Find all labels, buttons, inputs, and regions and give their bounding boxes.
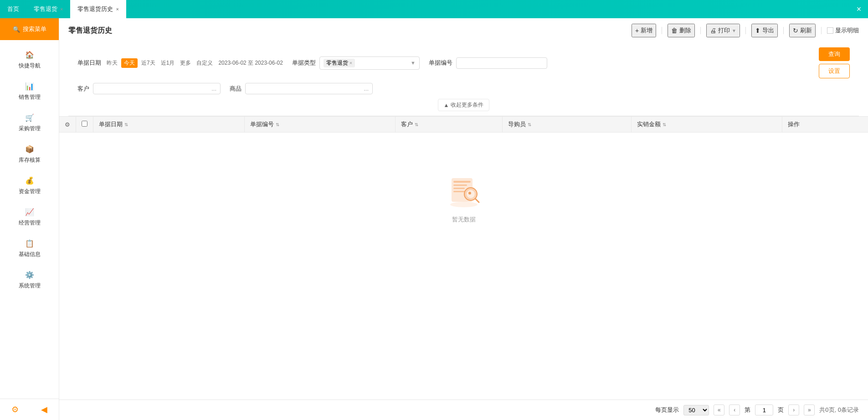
refresh-button[interactable]: ↻ 刷新 [789,24,816,37]
purchase-icon: 🛒 [24,112,35,123]
tab-retail-return[interactable]: 零售退货 × [26,0,70,18]
gear-icon[interactable]: ⚙ [65,121,70,128]
collapse-sidebar-icon[interactable]: ◀ [41,405,47,415]
date-btn-yesterday[interactable]: 昨天 [105,58,119,68]
tab-retail-return-history[interactable]: 零售退货历史 × [70,0,126,18]
th-gear[interactable]: ⚙ [59,117,76,133]
page-title: 零售退货历史 [68,26,112,36]
guide-sort-icon: ⇅ [528,122,531,127]
select-all-checkbox[interactable] [82,121,87,127]
sidebar-item-basic[interactable]: 📋 基础信息 [0,232,59,264]
amount-sort-icon: ⇅ [663,122,666,127]
sidebar-item-home-label: 快捷导航 [19,62,41,70]
total-records-text: 共0页, 0条记录 [819,406,859,414]
date-filter-label: 单据日期 [77,59,101,67]
sidebar-item-inventory[interactable]: 📦 库存核算 [0,138,59,169]
type-filter-group: 单据类型 零售退货 × ▼ [292,56,420,70]
svg-line-8 [475,199,479,202]
date-range-display: 2023-06-02 至 2023-06-02 [218,59,282,67]
settings-bottom-icon[interactable]: ⚙ [11,405,19,415]
th-guide-sort[interactable]: 导购员 ⇅ [508,120,626,128]
th-customer-sort[interactable]: 客户 ⇅ [401,120,497,128]
date-filter-group: 单据日期 昨天 今天 近7天 近1月 更多 自定义 2023-06-02 至 2… [77,58,283,68]
set-button[interactable]: 设置 [819,64,850,78]
type-tag-close[interactable]: × [349,60,352,66]
table-container: ⚙ 单据日期 ⇅ 单据编号 [59,117,868,400]
sidebar-item-home[interactable]: 🏠 快捷导航 [0,44,59,75]
customer-filter-input[interactable] [97,85,210,92]
basic-icon: 📋 [24,238,35,249]
finance-icon: 💰 [24,175,35,186]
add-icon: + [635,27,639,34]
per-page-label: 每页显示 [655,406,679,414]
show-detail-checkbox[interactable] [827,27,833,34]
number-filter-input[interactable] [456,57,547,69]
sidebar-item-finance-label: 资金管理 [19,188,41,195]
delete-button[interactable]: 🗑 删除 [668,24,695,37]
th-amount-sort[interactable]: 实销金额 ⇅ [637,120,777,128]
add-button[interactable]: + 新增 [632,24,656,37]
divider-4 [783,27,784,34]
print-button[interactable]: 🖨 打印 ▼ [706,24,740,37]
page-input[interactable] [755,405,773,415]
collapse-button[interactable]: ▲ 收起更多条件 [438,99,490,111]
sidebar-item-sales[interactable]: 📊 销售管理 [0,75,59,107]
empty-state: 暂无数据 [59,133,868,260]
search-icon: 🔍 [13,26,20,33]
goods-filter-input[interactable] [249,85,362,92]
date-btn-1month[interactable]: 近1月 [159,58,177,68]
tab-home[interactable]: 首页 [0,0,26,18]
page-title-row: 零售退货历史 + 新增 🗑 删除 🖨 打印 ▼ [68,24,859,37]
collapse-row: ▲ 收起更多条件 [77,99,850,111]
sidebar-item-operations[interactable]: 📈 经营管理 [0,201,59,232]
export-icon: ⬆ [755,27,760,34]
sales-icon: 📊 [24,81,35,92]
th-date-sort[interactable]: 单据日期 ⇅ [99,120,239,128]
th-date: 单据日期 ⇅ [93,117,245,133]
empty-text: 暂无数据 [452,215,476,224]
sidebar-item-sales-label: 销售管理 [19,93,41,101]
goods-dots-icon[interactable]: ... [364,85,369,92]
customer-filter-input-wrap[interactable]: ... [93,83,221,94]
system-icon: ⚙️ [24,269,35,280]
export-button[interactable]: ⬆ 导出 [751,24,778,37]
prev-page-button[interactable]: ‹ [729,405,740,415]
customer-filter-group: 客户 ... [77,83,221,94]
per-page-select[interactable]: 20 50 100 [683,405,709,415]
date-btn-more[interactable]: 更多 [178,58,193,68]
svg-rect-3 [453,184,467,186]
th-amount: 实销金额 ⇅ [631,117,782,133]
sidebar-item-operations-label: 经营管理 [19,219,41,227]
th-checkbox[interactable] [76,117,93,133]
date-btn-custom[interactable]: 自定义 [195,58,215,68]
date-btn-today[interactable]: 今天 [121,58,138,68]
operations-icon: 📈 [24,206,35,217]
show-detail-label: 显示明细 [835,26,859,35]
sidebar-item-finance[interactable]: 💰 资金管理 [0,169,59,201]
date-btn-7days[interactable]: 近7天 [139,58,157,68]
sidebar-item-system[interactable]: ⚙️ 系统管理 [0,264,59,295]
collapse-arrow-icon: ▲ [444,102,449,108]
th-guide: 导购员 ⇅ [502,117,631,133]
sidebar-item-purchase-label: 采购管理 [19,125,41,133]
next-page-button[interactable]: › [788,405,799,415]
divider-1 [662,27,662,34]
th-number-sort[interactable]: 单据编号 ⇅ [250,120,390,128]
sidebar-search[interactable]: 🔍 搜索菜单 [0,18,59,40]
last-page-button[interactable]: » [804,405,815,415]
customer-dots-icon[interactable]: ... [211,85,216,92]
type-filter-select[interactable]: 零售退货 × ▼ [319,56,420,70]
goods-filter-input-wrap[interactable]: ... [245,83,373,94]
window-close-button[interactable]: × [850,0,868,18]
type-tag: 零售退货 × [324,59,355,67]
first-page-button[interactable]: « [714,405,724,415]
tab-retail-return-close[interactable]: × [60,6,63,12]
sidebar-nav: 🏠 快捷导航 📊 销售管理 🛒 采购管理 📦 库存核算 💰 资金管理 📈 [0,40,59,399]
divider-2 [700,27,701,34]
svg-point-0 [450,202,478,207]
sidebar-item-purchase[interactable]: 🛒 采购管理 [0,107,59,138]
tab-retail-return-history-close[interactable]: × [116,6,118,12]
date-sort-icon: ⇅ [124,122,128,127]
query-button[interactable]: 查询 [819,47,850,61]
top-bar: 首页 零售退货 × 零售退货历史 × × [0,0,868,18]
